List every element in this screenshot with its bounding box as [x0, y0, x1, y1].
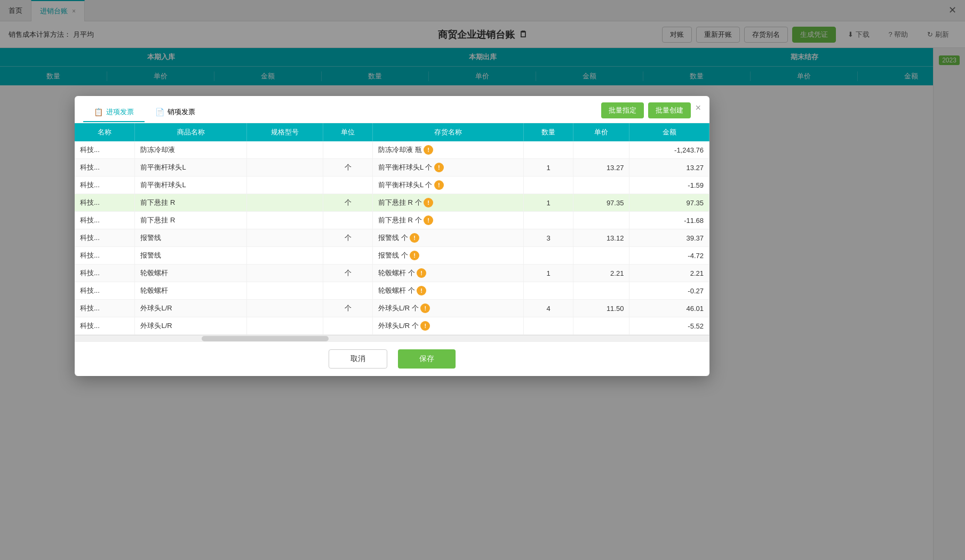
cell-product-10: 外球头L/R	[135, 317, 246, 335]
table-row: 科技... 报警线 个 报警线 个 ! 3 13.12 39.37	[75, 229, 709, 247]
modal-header: 📋 进项发票 📄 销项发票 批量指定 批量创建 ×	[75, 96, 709, 123]
col-header-store: 存货名称	[372, 123, 524, 141]
cell-unit-5: 个	[323, 229, 373, 247]
cell-unit-8	[323, 282, 373, 300]
col-header-quantity: 数量	[524, 123, 573, 141]
col-header-unit-price: 单价	[573, 123, 629, 141]
cell-unit-4	[323, 212, 373, 229]
cell-spec-1	[246, 159, 323, 177]
cell-quantity-0	[524, 141, 573, 159]
table-row: 科技... 前下悬挂 R 前下悬挂 R 个 ! -11.68	[75, 212, 709, 229]
warning-icon: !	[424, 198, 433, 207]
cell-name-5: 科技...	[75, 229, 135, 247]
modal-scroll-thumb[interactable]	[202, 336, 329, 341]
modal-table-wrap[interactable]: 名称 商品名称 规格型号 单位 存货名称 数量 单价 金额 科技... 防冻冷却…	[75, 123, 709, 335]
cell-store-5: 报警线 个 !	[372, 229, 524, 247]
cell-unit-2	[323, 177, 373, 194]
cell-store-6: 报警线 个 !	[372, 247, 524, 265]
cell-name-7: 科技...	[75, 265, 135, 282]
cell-unit-price-7: 2.21	[573, 265, 629, 282]
incoming-invoice-label: 进项发票	[106, 107, 134, 117]
cell-product-7: 轮毂螺杆	[135, 265, 246, 282]
col-header-unit: 单位	[323, 123, 373, 141]
cell-quantity-4	[524, 212, 573, 229]
cell-unit-price-2	[573, 177, 629, 194]
cell-quantity-7: 1	[524, 265, 573, 282]
cell-product-4: 前下悬挂 R	[135, 212, 246, 229]
cell-spec-10	[246, 317, 323, 335]
col-header-amount: 金额	[629, 123, 709, 141]
cell-name-10: 科技...	[75, 317, 135, 335]
warning-icon: !	[424, 215, 433, 225]
cell-store-2: 前平衡杆球头L 个 !	[372, 177, 524, 194]
cell-product-8: 轮毂螺杆	[135, 282, 246, 300]
cell-unit-0	[323, 141, 373, 159]
cell-unit-price-6	[573, 247, 629, 265]
cell-unit-price-10	[573, 317, 629, 335]
cell-store-4: 前下悬挂 R 个 !	[372, 212, 524, 229]
cell-unit-9: 个	[323, 300, 373, 317]
cell-store-1: 前平衡杆球头L 个 !	[372, 159, 524, 177]
cell-spec-5	[246, 229, 323, 247]
cell-quantity-3: 1	[524, 194, 573, 212]
cell-amount-3: 97.35	[629, 194, 709, 212]
table-header-row: 名称 商品名称 规格型号 单位 存货名称 数量 单价 金额	[75, 123, 709, 141]
cell-unit-7: 个	[323, 265, 373, 282]
cell-quantity-2	[524, 177, 573, 194]
cell-unit-3: 个	[323, 194, 373, 212]
save-button[interactable]: 保存	[398, 349, 456, 369]
cell-amount-4: -11.68	[629, 212, 709, 229]
cell-unit-price-1: 13.27	[573, 159, 629, 177]
table-row: 科技... 轮毂螺杆 轮毂螺杆 个 ! -0.27	[75, 282, 709, 300]
cell-product-3: 前下悬挂 R	[135, 194, 246, 212]
cell-name-9: 科技...	[75, 300, 135, 317]
cell-spec-6	[246, 247, 323, 265]
cell-quantity-10	[524, 317, 573, 335]
tab-outgoing-invoice[interactable]: 📄 销项发票	[145, 103, 206, 122]
modal-close-button[interactable]: ×	[695, 102, 701, 118]
modal-footer: 取消 保存	[75, 341, 709, 376]
cell-name-0: 科技...	[75, 141, 135, 159]
modal-header-actions: 批量指定 批量创建 ×	[601, 102, 701, 123]
cell-unit-price-9: 11.50	[573, 300, 629, 317]
cell-unit-10	[323, 317, 373, 335]
modal-horizontal-scrollbar[interactable]	[75, 335, 709, 341]
cell-product-0: 防冻冷却液	[135, 141, 246, 159]
cell-spec-7	[246, 265, 323, 282]
cell-amount-10: -5.52	[629, 317, 709, 335]
cell-amount-9: 46.01	[629, 300, 709, 317]
warning-icon: !	[417, 286, 426, 295]
cell-amount-7: 2.21	[629, 265, 709, 282]
cell-store-0: 防冻冷却液 瓶 !	[372, 141, 524, 159]
batch-create-button[interactable]: 批量创建	[648, 102, 691, 118]
cell-quantity-5: 3	[524, 229, 573, 247]
cell-name-1: 科技...	[75, 159, 135, 177]
cell-spec-8	[246, 282, 323, 300]
cell-product-2: 前平衡杆球头L	[135, 177, 246, 194]
cell-amount-8: -0.27	[629, 282, 709, 300]
batch-assign-button[interactable]: 批量指定	[601, 102, 644, 118]
cell-name-8: 科技...	[75, 282, 135, 300]
cell-amount-6: -4.72	[629, 247, 709, 265]
tab-incoming-invoice[interactable]: 📋 进项发票	[83, 103, 145, 122]
cell-amount-0: -1,243.76	[629, 141, 709, 159]
cell-quantity-9: 4	[524, 300, 573, 317]
cell-name-2: 科技...	[75, 177, 135, 194]
table-row: 科技... 防冻冷却液 防冻冷却液 瓶 ! -1,243.76	[75, 141, 709, 159]
cell-name-3: 科技...	[75, 194, 135, 212]
col-header-spec: 规格型号	[246, 123, 323, 141]
modal-table: 名称 商品名称 规格型号 单位 存货名称 数量 单价 金额 科技... 防冻冷却…	[75, 123, 709, 335]
cell-unit-price-5: 13.12	[573, 229, 629, 247]
cell-store-3: 前下悬挂 R 个 !	[372, 194, 524, 212]
cell-quantity-8	[524, 282, 573, 300]
table-row: 科技... 前下悬挂 R 个 前下悬挂 R 个 ! 1 97.35 97.35	[75, 194, 709, 212]
modal-tabs: 📋 进项发票 📄 销项发票	[83, 103, 206, 122]
cell-amount-5: 39.37	[629, 229, 709, 247]
cell-store-7: 轮毂螺杆 个 !	[372, 265, 524, 282]
warning-icon: !	[434, 180, 444, 190]
cell-spec-3	[246, 194, 323, 212]
cell-product-1: 前平衡杆球头L	[135, 159, 246, 177]
warning-icon: !	[410, 251, 419, 260]
cell-product-6: 报警线	[135, 247, 246, 265]
cancel-button[interactable]: 取消	[329, 349, 387, 369]
